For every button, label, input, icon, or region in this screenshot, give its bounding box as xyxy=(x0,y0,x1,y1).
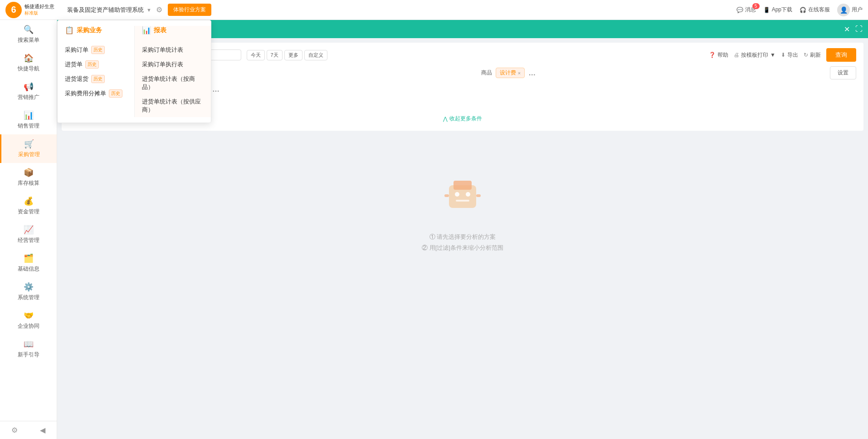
dropdown-item-label: 进货退货 xyxy=(65,75,88,83)
settings-gear-icon[interactable]: ⚙ xyxy=(156,5,162,14)
tab-bar-right: ✕ ⛶ xyxy=(842,24,868,35)
message-icon: 💬 xyxy=(736,7,743,13)
dropdown-item-label: 采购订单执行表 xyxy=(142,60,183,69)
sidebar-item-marketing[interactable]: 📢 营销推广 xyxy=(0,77,57,106)
sidebar-item-label: 库存核算 xyxy=(18,179,39,187)
sidebar-item-basic-info[interactable]: 🗂️ 基础信息 xyxy=(0,249,57,277)
export-button[interactable]: ⬇ 导出 xyxy=(781,51,798,59)
sidebar-collapse-icon[interactable]: ◀ xyxy=(40,426,45,434)
history-badge: 历史 xyxy=(91,46,105,54)
sidebar-item-enterprise[interactable]: 🤝 企业协同 xyxy=(0,306,57,335)
inventory-icon: 📦 xyxy=(24,168,34,178)
top-bar: 6 畅捷通好生意 标准版 装备及固定资产辅助管理系统 ▼ ⚙ 体验行业方案 💬 … xyxy=(0,0,868,20)
dropdown-col-reports: 📊 报表 采购订单统计表 采购订单执行表 进货单统计表（按商品） 进货单统计表（… xyxy=(134,26,211,117)
refresh-label: 刷新 xyxy=(810,51,821,59)
quick-date-custom[interactable]: 自定义 xyxy=(304,50,327,60)
dropdown-item-goods-in-stat-goods[interactable]: 进货单统计表（按商品） xyxy=(142,72,204,94)
guide-icon: 📖 xyxy=(24,339,34,349)
basic-info-icon: 🗂️ xyxy=(24,253,34,263)
dropdown-item-purchase-order[interactable]: 采购订单 历史 xyxy=(65,43,127,57)
phone-icon: 📱 xyxy=(763,7,770,13)
refresh-icon: ↻ xyxy=(804,52,808,58)
sidebar-item-guide[interactable]: 📖 新手引导 xyxy=(0,335,57,363)
dropdown-item-goods-return[interactable]: 进货退货 历史 xyxy=(65,72,127,86)
operations-icon: 📈 xyxy=(24,225,34,235)
dropdown-item-label: 进货单 xyxy=(65,60,83,69)
help-icon: ❓ xyxy=(709,52,716,58)
dropdown-item-purchase-order-exec[interactable]: 采购订单执行表 xyxy=(142,57,204,72)
print-dropdown-icon[interactable]: ▼ xyxy=(770,52,775,58)
sales-icon: 📊 xyxy=(24,110,34,120)
app-download-label: App下载 xyxy=(772,6,792,14)
help-button[interactable]: ❓ 帮助 xyxy=(709,51,728,59)
finance-icon: 💰 xyxy=(24,196,34,206)
svg-rect-5 xyxy=(444,194,449,197)
dropdown-item-label: 采购订单 xyxy=(65,46,88,54)
bottom-settings-icon[interactable]: ⚙ xyxy=(11,426,18,434)
empty-state-icon xyxy=(440,172,485,226)
empty-state: ① 请先选择要分析的方案 ② 用[过滤]条件来缩小分析范围 xyxy=(62,135,863,291)
system-icon: ⚙️ xyxy=(24,282,34,292)
sidebar-item-inventory[interactable]: 📦 库存核算 xyxy=(0,163,57,192)
quick-date-more[interactable]: 更多 xyxy=(284,50,302,60)
refresh-button[interactable]: ↻ 刷新 xyxy=(804,51,821,59)
sidebar: 🔍 搜索菜单 🏠 快捷导航 📢 营销推广 📊 销售管理 🛒 采购管理 📦 xyxy=(0,20,57,439)
headset-icon: 🎧 xyxy=(800,7,806,13)
sidebar-item-label: 资金管理 xyxy=(18,208,39,216)
app-download-button[interactable]: 📱 App下载 xyxy=(763,6,792,14)
sidebar-bottom: ⚙ ◀ xyxy=(0,421,57,439)
print-label: 按模板打印 xyxy=(741,51,768,59)
sidebar-item-sales[interactable]: 📊 销售管理 xyxy=(0,106,57,134)
dropdown-col-purchase: 📋 采购业务 采购订单 历史 进货单 历史 进货退货 历史 xyxy=(58,26,134,117)
logo-icon: 6 xyxy=(5,2,22,18)
sidebar-item-operations[interactable]: 📈 经营管理 xyxy=(0,220,57,249)
help-label: 帮助 xyxy=(717,51,728,59)
quick-date-today[interactable]: 今天 xyxy=(247,50,265,60)
logo-name: 畅捷通好生意 xyxy=(24,3,54,10)
settings-button[interactable]: 设置 xyxy=(830,66,856,79)
dropdown-menu: 📋 采购业务 采购订单 历史 进货单 历史 进货退货 历史 xyxy=(57,20,211,123)
sidebar-item-search[interactable]: 🔍 搜索菜单 xyxy=(0,20,57,49)
dropdown-col2-title: 📊 报表 xyxy=(142,26,204,37)
dropdown-overlay: 📋 采购业务 采购订单 历史 进货单 历史 进货退货 历史 xyxy=(57,20,211,123)
empty-hint-1: ① 请先选择要分析的方案 xyxy=(429,233,496,241)
dropdown-item-goods-in[interactable]: 进货单 历史 xyxy=(65,57,127,72)
goods-tag-close[interactable]: × xyxy=(518,70,521,76)
purchase-icon: 🛒 xyxy=(24,139,34,149)
dropdown-item-label: 进货单统计表（按供应商） xyxy=(142,98,204,114)
dropdown-item-purchase-order-stat[interactable]: 采购订单统计表 xyxy=(142,43,204,57)
quick-date-7days[interactable]: 7天 xyxy=(267,50,283,60)
logo-area: 6 畅捷通好生意 标准版 xyxy=(5,2,63,18)
dropdown-item-goods-in-stat-supplier[interactable]: 进货单统计表（按供应商） xyxy=(142,94,204,117)
user-label: 用户 xyxy=(852,6,863,14)
system-name: 装备及固定资产辅助管理系统 xyxy=(67,6,144,14)
dropdown-arrow-icon[interactable]: ▼ xyxy=(146,7,151,13)
sidebar-item-label: 采购管理 xyxy=(18,151,40,158)
goods-label: 商品 xyxy=(481,69,492,77)
sidebar-item-finance[interactable]: 💰 资金管理 xyxy=(0,192,57,220)
sidebar-item-label: 经营管理 xyxy=(18,237,39,244)
goods-more-icon[interactable]: … xyxy=(528,69,536,77)
online-service-button[interactable]: 🎧 在线客服 xyxy=(800,6,830,14)
message-button[interactable]: 💬 5 消息 xyxy=(736,6,756,14)
user-button[interactable]: 👤 用户 xyxy=(837,4,863,16)
dropdown-item-label: 采购费用分摊单 xyxy=(65,89,106,98)
goods-tag-value: 设计费 xyxy=(500,69,516,77)
tab-maximize-icon[interactable]: ⛶ xyxy=(853,24,864,34)
marketing-icon: 📢 xyxy=(24,82,34,92)
enterprise-icon: 🤝 xyxy=(24,311,34,321)
collapse-label: 收起更多条件 xyxy=(449,115,482,123)
reports-icon: 📊 xyxy=(142,26,151,35)
tab-close-window-icon[interactable]: ✕ xyxy=(842,24,852,35)
export-icon: ⬇ xyxy=(781,52,785,58)
print-button[interactable]: 🖨 按模板打印 ▼ xyxy=(734,51,775,59)
salesperson-more-icon[interactable]: … xyxy=(212,85,219,94)
sidebar-item-quick-nav[interactable]: 🏠 快捷导航 xyxy=(0,49,57,77)
sidebar-item-purchase[interactable]: 🛒 采购管理 xyxy=(0,134,57,163)
dropdown-item-purchase-fee[interactable]: 采购费用分摊单 历史 xyxy=(65,86,127,101)
industry-button[interactable]: 体验行业方案 xyxy=(168,4,211,16)
sidebar-item-system[interactable]: ⚙️ 系统管理 xyxy=(0,277,57,306)
sidebar-item-label: 搜索菜单 xyxy=(18,36,39,44)
query-button[interactable]: 查询 xyxy=(826,48,856,62)
quick-date-buttons: 今天 7天 更多 自定义 xyxy=(247,50,327,60)
